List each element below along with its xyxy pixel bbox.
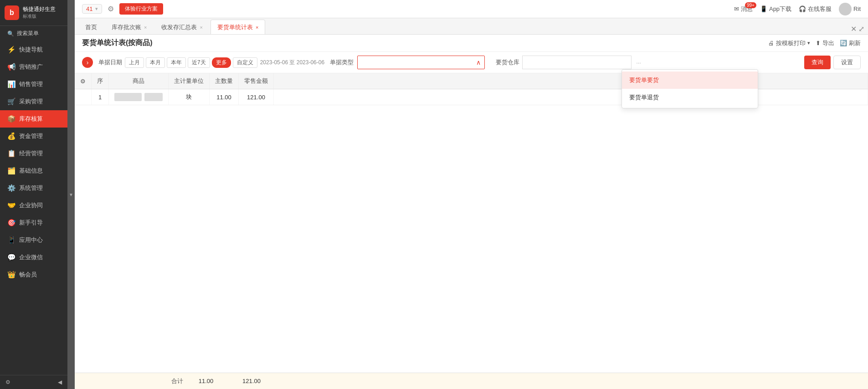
sidebar-item-wechat[interactable]: 💬 企业微信 <box>0 249 67 266</box>
sidebar-item-label: 营销推广 <box>19 63 43 71</box>
export-btn[interactable]: ⬆ 导出 <box>816 39 834 47</box>
dropdown-item-order-goods[interactable]: 要货单要货 <box>622 72 758 89</box>
sidebar-item-system[interactable]: ⚙️ 系统管理 <box>0 179 67 197</box>
tab-count-selector[interactable]: 41 ▾ <box>82 4 102 14</box>
filter-expand-btn[interactable]: › <box>82 57 93 68</box>
marketing-icon: 📢 <box>7 63 15 71</box>
date-btn-7days[interactable]: 近7天 <box>188 57 210 68</box>
sidebar-item-sales[interactable]: 📊 销售管理 <box>0 76 67 93</box>
dropdown-item-label: 要货单要货 <box>629 77 659 83</box>
trial-btn[interactable]: 体验行业方案 <box>119 3 163 15</box>
tab-receive-summary[interactable]: 收发存汇总表 × <box>154 20 209 34</box>
sidebar-item-basic[interactable]: 🗂️ 基础信息 <box>0 162 67 179</box>
online-service-label: 在线客服 <box>808 5 832 13</box>
sidebar: b 畅捷通好生意 标准版 🔍 搜索菜单 ⚡ 快捷导航 📢 营销推广 📊 销售管理… <box>0 0 67 389</box>
warehouse-filter-group: 要货仓库 ··· <box>496 56 641 69</box>
sidebar-item-finance[interactable]: 💰 资金管理 <box>0 128 67 145</box>
sidebar-item-guide[interactable]: 🎯 新手引导 <box>0 214 67 231</box>
footer-label: 合计 <box>171 377 183 385</box>
col-qty: 主数量 <box>210 73 239 89</box>
quick-nav-icon: ⚡ <box>7 46 15 54</box>
search-menu[interactable]: 🔍 搜索菜单 <box>0 26 67 41</box>
tab-home[interactable]: 首页 <box>78 20 104 34</box>
date-btn-more[interactable]: 更多 <box>212 57 231 68</box>
sidebar-item-business[interactable]: 📋 经营管理 <box>0 145 67 162</box>
sidebar-item-inventory[interactable]: 📦 库存核算 <box>0 110 67 128</box>
date-btns: 上月 本月 本年 近7天 更多 自定义 <box>125 57 257 68</box>
sidebar-item-label: 基础信息 <box>19 167 43 175</box>
settings-icon[interactable]: ⚙ <box>5 379 10 385</box>
inventory-icon: 📦 <box>7 115 15 123</box>
messages-badge: 99+ <box>745 2 756 8</box>
sidebar-item-label: 资金管理 <box>19 132 43 140</box>
export-icon: ⬆ <box>816 40 821 46</box>
main-area: 41 ▾ ⚙ 体验行业方案 ✉ 消息 99+ 📱 App下载 🎧 在线客服 R <box>75 0 868 389</box>
dropdown-item-order-return[interactable]: 要货单退货 <box>622 89 758 106</box>
logo-sub: 标准版 <box>23 13 56 20</box>
print-btn[interactable]: 🖨 按模板打印 ▾ <box>768 39 810 47</box>
app-download-btn[interactable]: 📱 App下载 <box>760 5 791 13</box>
cell-extra <box>274 89 868 105</box>
sidebar-nav: ⚡ 快捷导航 📢 营销推广 📊 销售管理 🛒 采购管理 📦 库存核算 💰 资金管… <box>0 41 67 375</box>
finance-icon: 💰 <box>7 132 15 140</box>
user-avatar <box>839 3 852 15</box>
page-title: 要货单统计表(按商品) <box>82 38 153 48</box>
refresh-icon: 🔄 <box>840 40 847 46</box>
date-btn-year[interactable]: 本年 <box>167 57 186 68</box>
query-btn[interactable]: 查询 <box>804 56 831 69</box>
cell-qty: 11.00 <box>210 89 239 105</box>
purchase-icon: 🛒 <box>7 97 15 106</box>
sidebar-item-purchase[interactable]: 🛒 采购管理 <box>0 93 67 110</box>
refresh-btn[interactable]: 🔄 刷新 <box>840 39 861 47</box>
footer-amount: 121.00 <box>229 378 274 384</box>
date-filter-group: 单据日期 上月 本月 本年 近7天 更多 自定义 2023-05-06 至 20… <box>98 57 324 68</box>
tab-order-summary[interactable]: 要货单统计表 × <box>211 20 265 34</box>
sidebar-item-marketing[interactable]: 📢 营销推广 <box>0 58 67 76</box>
warehouse-dots-btn[interactable]: ··· <box>636 59 641 66</box>
online-service-btn[interactable]: 🎧 在线客服 <box>799 5 832 13</box>
search-icon: 🔍 <box>7 31 14 37</box>
user-profile-btn[interactable]: Rit <box>839 3 861 15</box>
chevron-down-icon: ▾ <box>95 6 98 12</box>
tab-home-label: 首页 <box>85 23 97 31</box>
tab-order-summary-close[interactable]: × <box>256 25 258 30</box>
wechat-icon: 💬 <box>7 253 15 261</box>
warehouse-label: 要货仓库 <box>496 58 519 67</box>
col-unit: 主计量单位 <box>169 73 210 89</box>
date-btn-up[interactable]: 上月 <box>125 57 144 68</box>
cell-product <box>109 89 169 105</box>
header-gear-icon[interactable]: ⚙ <box>108 5 114 13</box>
page-actions: 🖨 按模板打印 ▾ ⬆ 导出 🔄 刷新 <box>768 39 861 47</box>
tab-batch-account[interactable]: 库存批次账 × <box>105 20 154 34</box>
tab-receive-summary-close[interactable]: × <box>200 25 202 30</box>
expand-tabs-btn[interactable]: ⤢ <box>858 25 864 33</box>
close-all-tabs-btn[interactable]: ✕ <box>851 25 857 33</box>
dropdown-item-label: 要货单退货 <box>629 94 659 101</box>
date-label: 单据日期 <box>98 58 122 67</box>
top-header: 41 ▾ ⚙ 体验行业方案 ✉ 消息 99+ 📱 App下载 🎧 在线客服 R <box>75 0 868 18</box>
warehouse-input[interactable] <box>522 56 632 69</box>
messages-btn[interactable]: ✉ 消息 99+ <box>734 5 753 13</box>
sidebar-item-appstore[interactable]: 📱 应用中心 <box>0 231 67 249</box>
collapse-icon[interactable]: ◀ <box>58 379 62 385</box>
type-select-box[interactable]: ∧ <box>357 56 485 69</box>
tab-receive-summary-label: 收发存汇总表 <box>161 23 197 31</box>
date-btn-this[interactable]: 本月 <box>146 57 165 68</box>
member-icon: 👑 <box>7 271 15 279</box>
sidebar-item-label: 库存核算 <box>19 115 43 123</box>
system-icon: ⚙️ <box>7 184 15 192</box>
sidebar-item-coop[interactable]: 🤝 企业协同 <box>0 197 67 214</box>
tab-batch-account-close[interactable]: × <box>144 25 147 30</box>
col-settings[interactable]: ⚙ <box>75 73 92 89</box>
sidebar-scroll[interactable]: ▼ <box>67 0 75 389</box>
settings-btn[interactable]: 设置 <box>833 56 861 69</box>
sidebar-item-member[interactable]: 👑 畅会员 <box>0 266 67 283</box>
date-btn-custom[interactable]: 自定义 <box>233 57 257 68</box>
footer-qty: 11.00 <box>183 378 229 384</box>
cell-seq: 1 <box>92 89 109 105</box>
header-right: ✉ 消息 99+ 📱 App下载 🎧 在线客服 Rit <box>734 3 861 15</box>
sidebar-item-quick-nav[interactable]: ⚡ 快捷导航 <box>0 41 67 58</box>
service-icon: 🎧 <box>799 5 806 12</box>
sidebar-item-label: 畅会员 <box>19 271 37 279</box>
sales-icon: 📊 <box>7 80 15 88</box>
